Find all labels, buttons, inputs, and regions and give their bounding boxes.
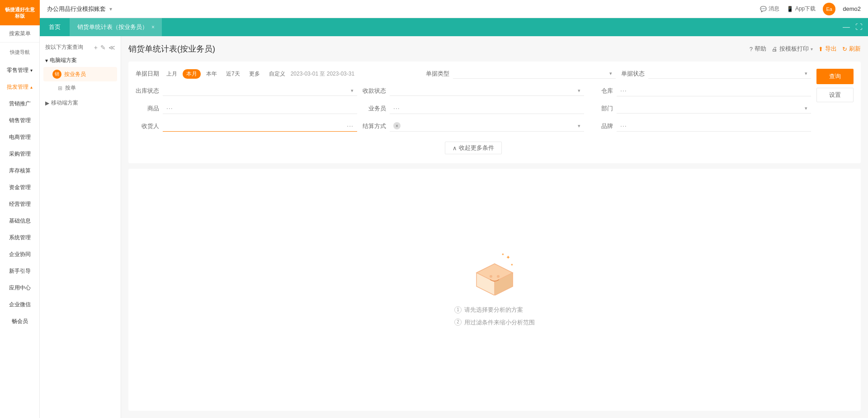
filter-area: 单据日期 上月 本月 本年 近7天 更多 自定义 2023-03-01 至 20…	[128, 62, 861, 163]
message-button[interactable]: 💬 消息	[760, 5, 779, 13]
salesman-select[interactable]: ···	[390, 103, 584, 114]
date-btn-lastmonth[interactable]: 上月	[163, 69, 181, 79]
date-btn-7days[interactable]: 近7天	[222, 69, 244, 79]
sidebar-item-wholesale[interactable]: 批发管理 ▴	[0, 79, 39, 95]
date-btn-thismonth[interactable]: 本月	[183, 69, 201, 79]
receiver-input[interactable]: ···	[163, 120, 357, 132]
help-button[interactable]: ? 帮助	[750, 45, 766, 53]
sidebar-item-quicknav[interactable]: 快捷导航	[0, 46, 39, 58]
query-button[interactable]: 查询	[816, 69, 854, 84]
tab-home[interactable]: 首页	[40, 18, 70, 36]
tab-active[interactable]: 销货单统计表（按业务员） ×	[70, 18, 162, 36]
sidebar-item-sales[interactable]: 销售管理	[0, 112, 39, 129]
left-panel-icons: + ✎ ≪	[94, 44, 115, 51]
message-icon: 💬	[760, 6, 767, 12]
refresh-icon: ↻	[842, 46, 847, 52]
sidebar-item-appcenter[interactable]: 应用中心	[0, 280, 39, 296]
sidebar-item-search[interactable]: 搜索菜单	[0, 25, 39, 43]
docstatus-select[interactable]: ▾	[648, 69, 811, 79]
filter-form: 单据日期 上月 本月 本年 近7天 更多 自定义 2023-03-01 至 20…	[136, 69, 811, 156]
desktop-scheme-group: ▾ 电脑端方案 销 按业务员 ⊞ 按单	[40, 54, 121, 95]
filter-row-2: 出库状态 ▾ 收款状态	[136, 85, 811, 96]
salesman-dots-icon: ···	[393, 104, 400, 112]
tab-maximize-icon[interactable]: ⛶	[854, 21, 864, 33]
collapse-panel-icon[interactable]: ≪	[108, 44, 115, 51]
edit-scheme-icon[interactable]: ✎	[100, 44, 106, 51]
settle-label: 结算方式	[363, 122, 386, 130]
sidebar-item-basics[interactable]: 基础信息	[0, 213, 39, 229]
receiptstatus-select[interactable]: ▾	[390, 86, 584, 96]
collapse-button[interactable]: ∧ 收起更多条件	[445, 142, 502, 154]
outstatus-select[interactable]: ▾	[163, 86, 357, 96]
sidebar-item-collab[interactable]: 企业协同	[0, 246, 39, 263]
sidebar-item-marketing[interactable]: 营销推广	[0, 95, 39, 112]
desktop-scheme-header[interactable]: ▾ 电脑端方案	[43, 54, 117, 67]
collapse-row: ∧ 收起更多条件	[136, 138, 811, 156]
main-area: 办公用品行业模拟账套 ▾ 💬 消息 📱 App下载 Ea demo2 首页 销货…	[40, 0, 868, 418]
sidebar-item-wechat[interactable]: 企业微信	[0, 296, 39, 313]
docstatus-label: 单据状态	[621, 70, 645, 78]
sidebar-item-finance[interactable]: 资金管理	[0, 179, 39, 196]
chevron-icon: ▴	[30, 85, 33, 90]
sidebar-item-ecommerce[interactable]: 电商管理	[0, 129, 39, 146]
doctype-label: 单据类型	[426, 70, 449, 78]
sidebar-item-inventory[interactable]: 库存核算	[0, 162, 39, 179]
app-logo[interactable]: 畅捷通好生意 标版	[0, 0, 40, 25]
add-scheme-icon[interactable]: +	[94, 44, 98, 51]
mobile-scheme-group[interactable]: ▶ 移动端方案	[40, 96, 121, 109]
user-name[interactable]: demo2	[843, 5, 861, 12]
scheme-sub-item-by-order[interactable]: ⊞ 按单	[43, 81, 117, 95]
left-panel: 按以下方案查询 + ✎ ≪ ▾ 电脑端方案 销 按业务员 ⊞ 按单	[40, 36, 121, 418]
filter-row-3: 商品 ··· 业务员	[136, 103, 811, 114]
tab-close-icon[interactable]: ×	[151, 24, 155, 30]
date-btn-custom[interactable]: 自定义	[265, 69, 289, 79]
goods-dots-icon: ···	[166, 104, 173, 112]
dept-arrow-icon: ▾	[805, 105, 807, 111]
mobile-expand-icon: ▶	[45, 100, 49, 106]
receiver-dots-icon: ···	[347, 122, 354, 129]
refresh-button[interactable]: ↻ 刷新	[842, 45, 861, 53]
sidebar-item-newbie[interactable]: 新手引导	[0, 263, 39, 280]
empty-step-1: 1 请先选择要分析的方案	[454, 304, 535, 315]
avatar[interactable]: Ea	[823, 3, 835, 15]
sidebar-item-retail[interactable]: 零售管理 ▾	[0, 62, 39, 79]
empty-text: 1 请先选择要分析的方案 2 用过滤条件来缩小分析范围	[454, 304, 535, 329]
filter-settle: 结算方式 × ▾	[363, 120, 584, 132]
step-num-1: 1	[454, 306, 462, 314]
goods-select[interactable]: ···	[163, 103, 357, 114]
tabbar: 首页 销货单统计表（按业务员） × — ⛶	[40, 18, 868, 36]
date-btn-more[interactable]: 更多	[245, 69, 264, 79]
filter-salesman: 业务员 ···	[363, 103, 584, 114]
date-btn-thisyear[interactable]: 本年	[203, 69, 221, 79]
sidebar-item-system[interactable]: 系统管理	[0, 229, 39, 246]
department-select[interactable]: ▾	[617, 104, 811, 114]
doctype-select[interactable]: ▾	[453, 69, 616, 79]
sidebar-item-operations[interactable]: 经营管理	[0, 196, 39, 213]
filter-receiver: 收货人 ···	[136, 120, 357, 132]
expand-icon: ▾	[45, 57, 48, 64]
setting-button[interactable]: 设置	[816, 88, 854, 102]
svg-point-7	[497, 275, 500, 278]
brand-select[interactable]: ···	[617, 120, 811, 132]
scheme-item-by-salesman[interactable]: 销 按业务员	[43, 67, 117, 81]
filter-buttons: 查询 设置	[816, 69, 854, 156]
print-button[interactable]: 🖨 按模板打印 ▾	[772, 45, 813, 53]
filter-outstatus: 出库状态 ▾	[136, 86, 357, 96]
print-icon: 🖨	[772, 46, 778, 52]
sidebar-item-purchase[interactable]: 采购管理	[0, 146, 39, 162]
workspace-dropdown-icon[interactable]: ▾	[109, 6, 112, 12]
sidebar-item-member[interactable]: 畅会员	[0, 313, 39, 330]
warehouse-dots-icon: ···	[620, 87, 627, 94]
empty-step-2: 2 用过滤条件来缩小分析范围	[454, 317, 535, 328]
doctype-arrow-icon: ▾	[609, 71, 612, 76]
app-download-button[interactable]: 📱 App下载	[787, 5, 816, 13]
settle-select[interactable]: × ▾	[390, 120, 584, 132]
page-header: 销货单统计表(按业务员) ? 帮助 🖨 按模板打印 ▾ ⬆ 导出	[128, 43, 861, 54]
export-button[interactable]: ⬆ 导出	[818, 45, 837, 53]
workspace-title: 办公用品行业模拟账套	[47, 5, 106, 13]
warehouse-select[interactable]: ···	[617, 85, 811, 96]
filter-date: 单据日期 上月 本月 本年 近7天 更多 自定义 2023-03-01 至 20…	[136, 69, 420, 79]
settle-clear-icon[interactable]: ×	[393, 122, 401, 129]
tab-minimize-icon[interactable]: —	[841, 21, 852, 33]
date-range-display: 2023-03-01 至 2023-03-31	[291, 70, 354, 78]
